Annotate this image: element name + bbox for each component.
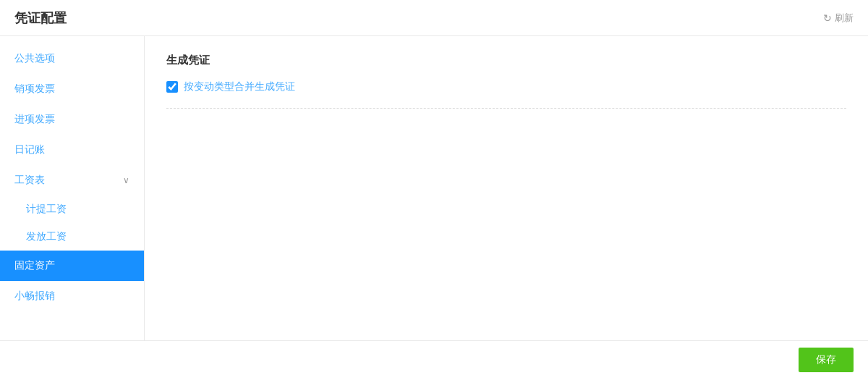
sidebar-item-label: 日记账 bbox=[14, 143, 45, 156]
sidebar: 公共选项 销项发票 进项发票 日记账 工资表 ∨ 计提工资 发放工资 固定资 bbox=[0, 36, 145, 340]
sidebar-item-label: 固定资产 bbox=[14, 259, 55, 272]
checkbox-label[interactable]: 按变动类型合并生成凭证 bbox=[184, 80, 295, 93]
sidebar-item-sales-invoice[interactable]: 销项发票 bbox=[0, 74, 144, 104]
body-layout: 公共选项 销项发票 进项发票 日记账 工资表 ∨ 计提工资 发放工资 固定资 bbox=[0, 36, 868, 340]
sidebar-item-label: 销项发票 bbox=[14, 83, 55, 96]
sidebar-item-label: 小畅报销 bbox=[14, 290, 55, 303]
merge-by-type-checkbox[interactable] bbox=[166, 81, 178, 93]
sidebar-item-journal[interactable]: 日记账 bbox=[0, 135, 144, 165]
sidebar-item-label: 公共选项 bbox=[14, 52, 55, 65]
page-footer: 保存 bbox=[0, 340, 868, 378]
sidebar-item-fixed-assets[interactable]: 固定资产 bbox=[0, 251, 144, 281]
refresh-button[interactable]: ↻ 刷新 bbox=[823, 12, 854, 25]
page-container: 凭证配置 ↻ 刷新 公共选项 销项发票 进项发票 日记账 工资表 ∨ bbox=[0, 0, 868, 378]
section-title: 生成凭证 bbox=[166, 54, 846, 67]
main-content: 生成凭证 按变动类型合并生成凭证 bbox=[145, 36, 868, 340]
sidebar-item-petty-cash[interactable]: 小畅报销 bbox=[0, 281, 144, 311]
chevron-down-icon: ∨ bbox=[123, 175, 129, 185]
checkbox-row: 按变动类型合并生成凭证 bbox=[166, 80, 846, 93]
page-header: 凭证配置 ↻ 刷新 bbox=[0, 0, 868, 36]
save-button[interactable]: 保存 bbox=[799, 348, 854, 372]
page-title: 凭证配置 bbox=[14, 9, 67, 27]
sidebar-item-accrued-payroll[interactable]: 计提工资 bbox=[0, 196, 144, 223]
sidebar-item-label: 计提工资 bbox=[26, 203, 67, 214]
section-divider bbox=[166, 108, 846, 109]
sidebar-item-pay-payroll[interactable]: 发放工资 bbox=[0, 223, 144, 251]
sidebar-item-purchase-invoice[interactable]: 进项发票 bbox=[0, 104, 144, 135]
sidebar-item-payroll-table[interactable]: 工资表 ∨ bbox=[0, 165, 144, 196]
sidebar-item-label: 发放工资 bbox=[26, 230, 67, 242]
sidebar-item-public-options[interactable]: 公共选项 bbox=[0, 43, 144, 74]
sidebar-item-label: 工资表 bbox=[14, 174, 45, 187]
refresh-label: 刷新 bbox=[835, 12, 854, 25]
sidebar-item-label: 进项发票 bbox=[14, 113, 55, 126]
refresh-icon: ↻ bbox=[823, 12, 832, 24]
